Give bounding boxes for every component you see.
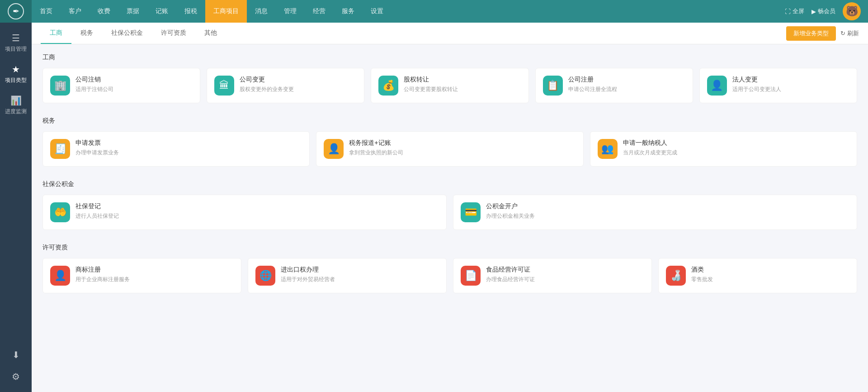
card-icon: 📋 (543, 76, 563, 96)
card-desc: 申请公司注册全流程 (568, 86, 685, 93)
logo[interactable]: ✒ (0, 0, 32, 23)
monitor-icon: 📊 (10, 95, 22, 106)
card-desc: 公司变更需要股权转让 (404, 86, 521, 93)
card-desc: 拿到营业执照的新公司 (349, 149, 576, 157)
nav-items: 首页客户收费票据记账报税工商项目消息管理经营服务设置 (32, 0, 785, 23)
card-icon: 🍶 (666, 266, 686, 286)
tab-工商[interactable]: 工商 (41, 23, 71, 44)
service-card[interactable]: 📋公司注册申请公司注册全流程 (535, 68, 693, 103)
shuiwu-grid: 🧾申请发票办理申请发票业务👤税务报道+记账拿到营业执照的新公司👥申请一般纳税人当… (42, 131, 857, 167)
card-desc: 办理食品经营许可证 (486, 276, 644, 283)
card-icon: 👥 (598, 139, 618, 159)
card-desc: 股权变更外的业务变更 (240, 86, 357, 93)
card-text: 公司变更股权变更外的业务变更 (240, 76, 357, 93)
sidebar-label-project: 项目管理 (5, 45, 27, 53)
nav-item-票据[interactable]: 票据 (118, 0, 147, 23)
service-card[interactable]: 💰股权转让公司变更需要股权转让 (371, 68, 528, 103)
nav-item-消息[interactable]: 消息 (247, 0, 276, 23)
card-icon: 🧾 (50, 139, 70, 159)
tab-税务[interactable]: 税务 (71, 23, 102, 44)
sidebar-item-settings[interactable]: ⚙ (0, 366, 32, 387)
tab-社保公积金[interactable]: 社保公积金 (102, 23, 152, 44)
service-card[interactable]: 🌐进出口权办理适用于对外贸易经营者 (248, 258, 447, 293)
card-desc: 办理公积金相关业务 (486, 212, 849, 220)
service-card[interactable]: 👥申请一般纳税人当月或次月成变更完成 (590, 131, 857, 167)
card-title: 申请发票 (75, 139, 302, 147)
play-icon: ▶ (811, 8, 816, 15)
service-card[interactable]: 🏛公司变更股权变更外的业务变更 (207, 68, 364, 103)
nav-item-首页[interactable]: 首页 (32, 0, 61, 23)
tab-bar: 工商税务社保公积金许可资质其他 新增业务类型 ↻ 刷新 (32, 23, 868, 44)
service-card[interactable]: 👤商标注册用于企业商标注册服务 (42, 258, 241, 293)
card-icon: 🏢 (50, 76, 70, 96)
service-card[interactable]: 🤲社保登记进行人员社保登记 (42, 195, 447, 230)
member-button[interactable]: ▶ 畅会员 (811, 7, 835, 15)
card-title: 食品经营许可证 (486, 266, 644, 274)
tab-其他[interactable]: 其他 (195, 23, 226, 44)
new-type-button[interactable]: 新增业务类型 (786, 26, 836, 41)
service-card[interactable]: 🏢公司注销适用于注销公司 (42, 68, 200, 103)
card-desc: 适用于对外贸易经营者 (281, 276, 439, 283)
service-card[interactable]: 👤税务报道+记账拿到营业执照的新公司 (316, 131, 583, 167)
card-desc: 进行人员社保登记 (75, 212, 439, 220)
card-icon: 🏛 (214, 76, 234, 96)
refresh-button[interactable]: ↻ 刷新 (840, 29, 859, 38)
card-desc: 适用于注销公司 (75, 86, 193, 93)
nav-item-设置[interactable]: 设置 (363, 0, 392, 23)
sidebar: ☰ 项目管理 ★ 项目类型 📊 进度监测 ⬇ ⚙ (0, 23, 32, 392)
sidebar-item-project-type[interactable]: ★ 项目类型 (0, 58, 32, 90)
nav-item-收费[interactable]: 收费 (90, 0, 118, 23)
card-icon: 👤 (324, 139, 344, 159)
sidebar-bottom: ⬇ ⚙ (0, 344, 32, 392)
card-title: 公司注销 (75, 76, 193, 84)
card-title: 商标注册 (75, 266, 234, 274)
nav-item-客户[interactable]: 客户 (61, 0, 90, 23)
service-card[interactable]: 💳公积金开户办理公积金相关业务 (453, 195, 857, 230)
card-text: 公司注册申请公司注册全流程 (568, 76, 685, 93)
sidebar-item-project-management[interactable]: ☰ 项目管理 (0, 27, 32, 58)
card-text: 法人变更适用于公司变更法人 (732, 76, 849, 93)
card-title: 社保登记 (75, 202, 439, 210)
gongshang-grid: 🏢公司注销适用于注销公司🏛公司变更股权变更外的业务变更💰股权转让公司变更需要股权… (42, 68, 857, 103)
card-text: 申请一般纳税人当月或次月成变更完成 (623, 139, 849, 157)
service-card[interactable]: 📄食品经营许可证办理食品经营许可证 (453, 258, 652, 293)
card-icon: 👤 (707, 76, 727, 96)
nav-item-报税[interactable]: 报税 (176, 0, 205, 23)
card-text: 公积金开户办理公积金相关业务 (486, 202, 849, 220)
card-text: 社保登记进行人员社保登记 (75, 202, 439, 220)
service-card[interactable]: 🍶酒类零售批发 (658, 258, 857, 293)
card-text: 酒类零售批发 (691, 266, 849, 283)
sidebar-item-download[interactable]: ⬇ (0, 344, 32, 366)
card-desc: 办理申请发票业务 (75, 149, 302, 157)
card-text: 申请发票办理申请发票业务 (75, 139, 302, 157)
nav-item-管理[interactable]: 管理 (276, 0, 305, 23)
card-title: 进出口权办理 (281, 266, 439, 274)
card-icon: 🤲 (50, 202, 70, 222)
sidebar-item-progress[interactable]: 📊 进度监测 (0, 90, 32, 121)
service-card[interactable]: 🧾申请发票办理申请发票业务 (42, 131, 310, 167)
sidebar-label-progress: 进度监测 (5, 108, 27, 115)
tab-许可资质[interactable]: 许可资质 (152, 23, 195, 44)
nav-item-经营[interactable]: 经营 (305, 0, 334, 23)
card-title: 公司注册 (568, 76, 685, 84)
card-text: 公司注销适用于注销公司 (75, 76, 193, 93)
nav-item-服务[interactable]: 服务 (334, 0, 363, 23)
logo-icon: ✒ (8, 3, 24, 19)
nav-item-记账[interactable]: 记账 (147, 0, 176, 23)
card-icon: 🌐 (255, 266, 275, 286)
fullscreen-button[interactable]: ⛶ 全屏 (785, 7, 804, 15)
card-title: 法人变更 (732, 76, 849, 84)
card-title: 公司变更 (240, 76, 357, 84)
section-title-shebao: 社保公积金 (42, 180, 857, 188)
fullscreen-label: 全屏 (793, 7, 804, 15)
card-desc: 零售批发 (691, 276, 849, 283)
card-title: 酒类 (691, 266, 849, 274)
card-title: 申请一般纳税人 (623, 139, 849, 147)
avatar[interactable]: 🐻 (843, 2, 861, 20)
fullscreen-icon: ⛶ (785, 8, 791, 15)
sidebar-label-type: 项目类型 (5, 76, 27, 84)
card-icon: 💰 (378, 76, 398, 96)
service-card[interactable]: 👤法人变更适用于公司变更法人 (699, 68, 857, 103)
nav-item-工商项目[interactable]: 工商项目 (205, 0, 247, 23)
card-title: 税务报道+记账 (349, 139, 576, 147)
